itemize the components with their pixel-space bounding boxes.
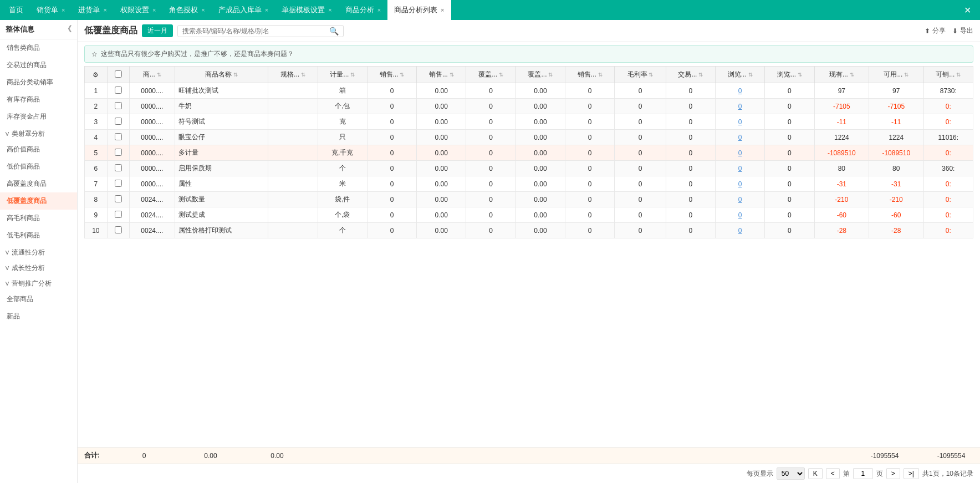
view-link[interactable]: 0 <box>738 180 742 188</box>
tab-close-icon[interactable]: × <box>377 7 381 13</box>
row-select-checkbox[interactable] <box>115 180 122 187</box>
row-select-checkbox[interactable] <box>115 133 122 140</box>
nav-tab-角色授权[interactable]: 角色授权× <box>162 0 211 20</box>
th-name[interactable]: 商品名称 ⇅ <box>175 67 268 83</box>
view-link[interactable]: 0 <box>738 227 742 235</box>
row-view1[interactable]: 0 <box>716 161 765 176</box>
sidebar-group-12[interactable]: ∨ 流通性分析 <box>0 244 77 260</box>
nav-tab-进货单[interactable]: 进货单× <box>72 0 113 20</box>
share-button[interactable]: ⬆ 分享 <box>925 26 946 35</box>
row-select-checkbox[interactable] <box>115 118 122 125</box>
sidebar-item-15[interactable]: 全部商品 <box>0 291 77 308</box>
row-select-checkbox[interactable] <box>115 164 122 171</box>
view-link[interactable]: 0 <box>738 87 742 95</box>
view-link[interactable]: 0 <box>738 211 742 219</box>
th-sales2[interactable]: 销售... ⇅ <box>417 67 466 83</box>
row-select-checkbox[interactable] <box>115 149 122 156</box>
th-sales1[interactable]: 销售... ⇅ <box>367 67 416 83</box>
nav-tab-商品分析列表[interactable]: 商品分析列表× <box>387 0 451 20</box>
view-link[interactable]: 0 <box>738 118 742 126</box>
sidebar-group-5[interactable]: ∨ 类射罩分析 <box>0 125 77 141</box>
view-link[interactable]: 0 <box>738 196 742 204</box>
row-view1[interactable]: 0 <box>716 176 765 192</box>
export-button[interactable]: ⬇ 导出 <box>952 26 973 35</box>
tab-close-icon[interactable]: × <box>328 7 331 13</box>
view-link[interactable]: 0 <box>738 165 742 172</box>
tab-close-icon[interactable]: × <box>62 7 65 13</box>
row-select-checkbox[interactable] <box>115 226 122 233</box>
row-code: 0000.... <box>129 99 175 114</box>
th-view1[interactable]: 浏览... ⇅ <box>716 67 765 83</box>
th-code[interactable]: 商... ⇅ <box>129 67 175 83</box>
tab-close-icon[interactable]: × <box>441 7 444 13</box>
tab-close-icon[interactable]: × <box>265 7 268 13</box>
window-close-button[interactable]: ✕ <box>957 5 978 16</box>
sidebar-item-11[interactable]: 低毛利商品 <box>0 227 77 244</box>
th-sales3[interactable]: 销售... ⇅ <box>565 67 615 83</box>
row-view1[interactable]: 0 <box>716 223 765 238</box>
search-input[interactable] <box>182 27 329 35</box>
sidebar-collapse-button[interactable]: 《 <box>64 24 72 34</box>
row-select-checkbox[interactable] <box>115 211 122 218</box>
tab-close-icon[interactable]: × <box>103 7 106 13</box>
sidebar-item-0[interactable]: 销售类商品 <box>0 39 77 57</box>
th-stock2[interactable]: 可用... ⇅ <box>869 67 923 83</box>
th-spec[interactable]: 规格... ⇅ <box>268 67 318 83</box>
current-page-input[interactable] <box>853 468 873 479</box>
th-cover1[interactable]: 覆盖... ⇅ <box>466 67 515 83</box>
row-view1[interactable]: 0 <box>716 207 765 223</box>
sidebar-item-10[interactable]: 高毛利商品 <box>0 210 77 227</box>
th-stock1[interactable]: 现有... ⇅ <box>814 67 869 83</box>
tab-close-icon[interactable]: × <box>152 7 156 13</box>
sidebar-group-13[interactable]: ∨ 成长性分析 <box>0 260 77 275</box>
sidebar-item-16[interactable]: 新品 <box>0 308 77 325</box>
nav-tab-首页[interactable]: 首页 <box>2 0 30 20</box>
th-settings[interactable]: ⚙ <box>85 67 108 83</box>
th-view2[interactable]: 浏览... ⇅ <box>765 67 814 83</box>
sidebar-group-14[interactable]: ∨ 营销推广分析 <box>0 275 77 291</box>
row-sales2: 0.00 <box>417 207 466 223</box>
prev-page-button[interactable]: < <box>826 468 840 479</box>
sidebar-item-6[interactable]: 高价值商品 <box>0 141 77 158</box>
th-unit[interactable]: 计量... ⇅ <box>318 67 367 83</box>
table-container[interactable]: ⚙商... ⇅商品名称 ⇅规格... ⇅计量... ⇅销售... ⇅销售... … <box>78 66 980 447</box>
row-view1[interactable]: 0 <box>716 145 765 161</box>
view-link[interactable]: 0 <box>738 134 742 141</box>
th-stock3[interactable]: 可销... ⇅ <box>923 67 973 83</box>
page-size-select[interactable]: 2050100200 <box>777 467 805 480</box>
nav-tab-单据模板设置[interactable]: 单据模板设置× <box>275 0 338 20</box>
sidebar-item-4[interactable]: 库存资金占用 <box>0 108 77 125</box>
view-link[interactable]: 0 <box>738 149 742 157</box>
last-page-button[interactable]: >| <box>904 468 919 479</box>
nav-tab-权限设置[interactable]: 权限设置× <box>114 0 162 20</box>
nav-tab-商品分析[interactable]: 商品分析× <box>339 0 387 20</box>
row-view1[interactable]: 0 <box>716 192 765 207</box>
row-view1[interactable]: 0 <box>716 99 765 114</box>
row-select-checkbox[interactable] <box>115 87 122 94</box>
sidebar-item-7[interactable]: 低价值商品 <box>0 158 77 175</box>
th-cover2[interactable]: 覆盖... ⇅ <box>515 67 565 83</box>
select-all-checkbox[interactable] <box>115 70 122 78</box>
sidebar-item-1[interactable]: 交易过的商品 <box>0 57 77 74</box>
first-page-button[interactable]: K <box>808 468 823 479</box>
row-view1[interactable]: 0 <box>716 83 765 99</box>
view-link[interactable]: 0 <box>738 103 742 110</box>
nav-tab-产成品入库单[interactable]: 产成品入库单× <box>212 0 275 20</box>
row-gross: 0 <box>615 145 666 161</box>
header-actions: ⬆ 分享 ⬇ 导出 <box>925 26 973 35</box>
sidebar-item-3[interactable]: 有库存商品 <box>0 91 77 108</box>
row-select-checkbox[interactable] <box>115 102 122 109</box>
row-select-checkbox[interactable] <box>115 195 122 202</box>
next-page-button[interactable]: > <box>886 468 900 479</box>
row-view1[interactable]: 0 <box>716 130 765 145</box>
time-filter-button[interactable]: 近一月 <box>142 24 173 37</box>
sidebar-item-2[interactable]: 商品分类动销率 <box>0 74 77 91</box>
sidebar-item-9[interactable]: 低覆盖度商品 <box>0 192 77 210</box>
tab-close-icon[interactable]: × <box>201 7 205 13</box>
row-view1[interactable]: 0 <box>716 114 765 130</box>
th-grossRate[interactable]: 毛利率 ⇅ <box>615 67 666 83</box>
th-trade[interactable]: 交易... ⇅ <box>666 67 715 83</box>
nav-tab-销货单[interactable]: 销货单× <box>30 0 72 20</box>
row-sales1: 0 <box>367 192 416 207</box>
sidebar-item-8[interactable]: 高覆盖度商品 <box>0 175 77 192</box>
